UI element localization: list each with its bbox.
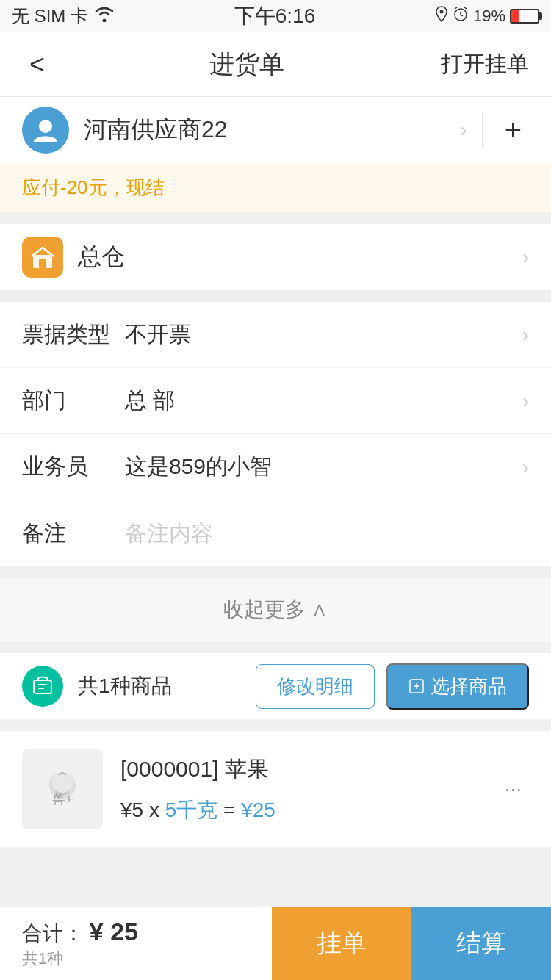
product-more-button[interactable]: ··· <box>497 770 529 808</box>
back-button[interactable]: < <box>22 42 52 87</box>
status-left: 无 SIM 卡 <box>12 4 115 28</box>
edit-detail-button[interactable]: 修改明细 <box>256 664 375 709</box>
battery-icon <box>510 9 539 24</box>
page-title: 进货单 <box>209 48 284 82</box>
total-price: ¥25 <box>241 799 276 821</box>
svg-point-1 <box>439 10 443 14</box>
product-item: 兽+ [0000001] 苹果 ¥5 x 5千克 = ¥25 ··· <box>0 731 551 847</box>
supplier-avatar <box>22 107 69 154</box>
product-title: 苹果 <box>225 757 269 781</box>
svg-line-6 <box>464 7 467 9</box>
content: 河南供应商22 › + 应付-20元，现结 总仓 › 票据类型 不开票 › 部门… <box>0 97 551 920</box>
svg-line-4 <box>461 15 463 16</box>
unit-price: ¥5 x <box>120 799 165 821</box>
chevron-right-icon: › <box>460 118 467 142</box>
bottom-bar: 合计： ¥ 25 共1种 挂单 结算 <box>0 907 551 980</box>
warehouse-section[interactable]: 总仓 › <box>0 224 551 290</box>
product-section: 共1种商品 修改明细 选择商品 <box>0 653 551 719</box>
qty: 5千克 <box>165 799 218 821</box>
warehouse-chevron-icon: › <box>522 245 529 269</box>
select-product-label: 选择商品 <box>431 674 507 699</box>
hang-button[interactable]: 挂单 <box>272 907 411 980</box>
svg-line-5 <box>455 7 457 9</box>
product-info: [0000001] 苹果 ¥5 x 5千克 = ¥25 <box>120 754 497 824</box>
status-bar: 无 SIM 卡 下午6:16 19% <box>0 0 551 32</box>
product-name: [0000001] 苹果 <box>120 754 497 785</box>
warehouse-icon <box>22 237 63 278</box>
invoice-label: 票据类型 <box>22 320 110 350</box>
svg-point-0 <box>103 19 107 23</box>
svg-rect-10 <box>34 680 51 693</box>
warehouse-name: 总仓 <box>78 241 522 273</box>
battery-percent: 19% <box>473 7 505 26</box>
nav-bar: < 进货单 打开挂单 <box>0 32 551 97</box>
supplier-row[interactable]: 河南供应商22 › + <box>0 97 551 163</box>
staff-chevron-icon: › <box>522 455 529 479</box>
product-price-row: ¥5 x 5千克 = ¥25 <box>120 796 497 824</box>
total-label: 合计： <box>22 922 84 945</box>
dept-chevron-icon: › <box>522 389 529 413</box>
staff-row[interactable]: 业务员 这是859的小智 › <box>0 434 551 500</box>
total-amount: ¥ 25 <box>90 918 138 945</box>
add-supplier-button[interactable]: + <box>497 107 529 154</box>
open-hang-button[interactable]: 打开挂单 <box>441 49 529 79</box>
product-code: [0000001] <box>120 757 225 781</box>
invoice-value: 不开票 <box>125 320 522 350</box>
total-row: 合计： ¥ 25 <box>22 918 250 948</box>
supplier-alert: 应付-20元，现结 <box>0 163 551 212</box>
svg-rect-9 <box>39 259 46 268</box>
wifi-icon <box>94 6 115 26</box>
remark-row[interactable]: 备注 备注内容 <box>0 500 551 566</box>
carrier-label: 无 SIM 卡 <box>12 4 88 28</box>
collapse-row[interactable]: 收起更多 ∧ <box>0 578 551 641</box>
svg-text:兽+: 兽+ <box>52 792 73 807</box>
product-thumbnail: 兽+ <box>22 749 103 829</box>
dept-value: 总 部 <box>125 386 522 416</box>
remark-input[interactable]: 备注内容 <box>125 519 529 549</box>
staff-value: 这是859的小智 <box>125 452 522 482</box>
divider <box>482 112 483 148</box>
product-header: 共1种商品 修改明细 选择商品 <box>0 653 551 719</box>
supplier-name: 河南供应商22 <box>84 114 460 146</box>
dept-row[interactable]: 部门 总 部 › <box>0 368 551 434</box>
invoice-row[interactable]: 票据类型 不开票 › <box>0 302 551 368</box>
product-count: 共1种商品 <box>78 672 256 700</box>
svg-point-7 <box>39 120 52 133</box>
alarm-icon <box>453 6 469 26</box>
equals: = <box>223 799 241 821</box>
product-count-icon <box>22 666 63 707</box>
form-section: 票据类型 不开票 › 部门 总 部 › 业务员 这是859的小智 › 备注 备注… <box>0 302 551 566</box>
invoice-chevron-icon: › <box>522 323 529 347</box>
status-time: 下午6:16 <box>234 2 316 30</box>
staff-label: 业务员 <box>22 452 110 482</box>
select-product-button[interactable]: 选择商品 <box>386 663 529 710</box>
supplier-section: 河南供应商22 › + 应付-20元，现结 <box>0 97 551 212</box>
location-icon <box>435 6 448 26</box>
checkout-button[interactable]: 结算 <box>411 907 551 980</box>
remark-label: 备注 <box>22 519 110 549</box>
svg-point-18 <box>52 772 73 793</box>
dept-label: 部门 <box>22 386 110 416</box>
count-label: 共1种 <box>22 948 250 970</box>
bottom-summary: 合计： ¥ 25 共1种 <box>0 907 272 980</box>
status-right: 19% <box>435 6 539 26</box>
